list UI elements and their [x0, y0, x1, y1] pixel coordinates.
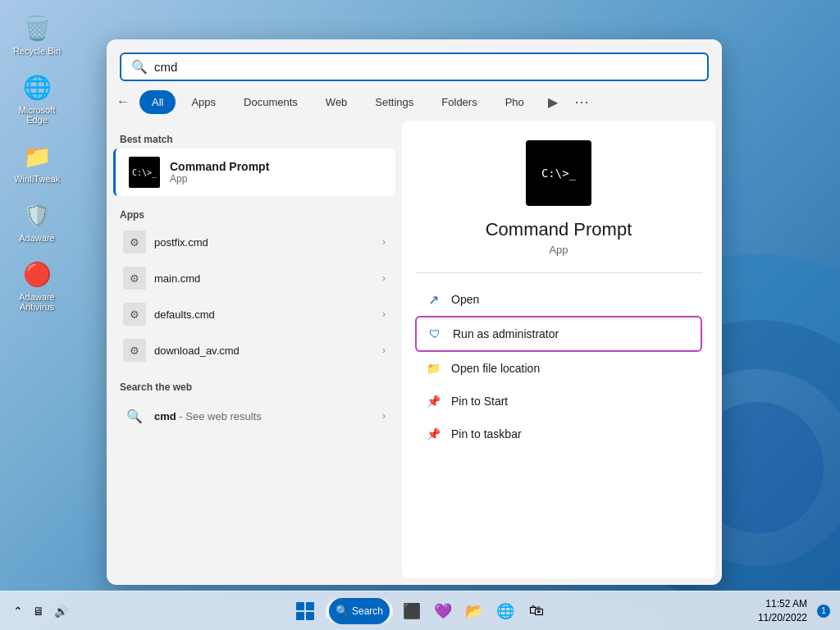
web-search-item[interactable]: 🔍 cmd - See web results ›: [110, 396, 399, 436]
download-av-cmd-name: download_av.cmd: [154, 345, 240, 357]
recycle-bin-label: Recycle Bin: [13, 46, 61, 56]
tab-documents[interactable]: Documents: [231, 90, 310, 114]
pin-start-icon: 📌: [425, 393, 441, 409]
search-right-panel: C:\>_ Command Prompt App ↗ Open 🛡 Run as…: [402, 121, 715, 578]
postfix-cmd-name: postfix.cmd: [154, 236, 208, 249]
search-content: Best match C:\>_ Command Prompt App Apps…: [107, 121, 722, 585]
clock-time: 11:52 AM: [758, 597, 807, 611]
search-icon: 🔍: [336, 605, 349, 617]
action-run-as-admin[interactable]: 🛡 Run as administrator: [415, 316, 702, 352]
postfix-cmd-icon: ⚙: [123, 231, 146, 253]
preview-app-name: Command Prompt: [486, 219, 632, 240]
search-label: Search: [352, 605, 383, 617]
app-item-download[interactable]: ⚙ download_av.cmd ›: [110, 332, 399, 368]
filter-tabs: ← All Apps Documents Web Settings Folder…: [107, 81, 722, 114]
taskbar: ⌃ 🖥 🔊 🔍 Search ⬛ 💜 📂 🌐 🛍 11:52 AM 11/20/…: [0, 591, 840, 630]
open-file-location-label: Open file location: [451, 362, 540, 375]
taskbar-teams-icon[interactable]: 💜: [430, 598, 456, 624]
download-av-cmd-icon: ⚙: [123, 339, 146, 362]
recycle-bin-icon[interactable]: 🗑️ Recycle Bin: [8, 8, 66, 59]
system-clock[interactable]: 11:52 AM 11/20/2022: [755, 596, 810, 627]
web-chevron-icon: ›: [382, 410, 386, 422]
winiitweak-icon[interactable]: 📁 WinIiTweak: [8, 136, 66, 187]
preview-app-icon: C:\>_: [526, 140, 591, 206]
app-item-defaults[interactable]: ⚙ defaults.cmd ›: [110, 296, 399, 332]
web-search-icon: 🔍: [123, 404, 146, 427]
tab-settings[interactable]: Settings: [363, 90, 426, 114]
taskbar-right: 11:52 AM 11/20/2022 1: [755, 596, 830, 627]
start-button[interactable]: [290, 596, 320, 626]
pin-to-taskbar-label: Pin to taskbar: [451, 427, 522, 441]
more-options-icon[interactable]: ⋯: [569, 89, 594, 114]
web-search-section: Search the web 🔍 cmd - See web results ›: [107, 375, 402, 436]
chevron-icon: ›: [382, 272, 386, 284]
open-label: Open: [451, 293, 479, 306]
preview-app-type: App: [549, 244, 568, 256]
taskbar-files-icon[interactable]: 📂: [461, 598, 487, 624]
tab-apps[interactable]: Apps: [179, 90, 228, 114]
adaware-label: Adaware: [19, 233, 54, 243]
clock-date: 11/20/2022: [758, 611, 807, 625]
run-as-admin-label: Run as administrator: [453, 327, 559, 340]
apps-section-label: Apps: [107, 203, 402, 224]
admin-icon: 🛡: [427, 326, 443, 342]
taskbar-search-button[interactable]: 🔍 Search: [325, 598, 394, 624]
main-cmd-icon: ⚙: [123, 267, 146, 290]
tab-web[interactable]: Web: [313, 90, 360, 114]
search-magnifier-icon: 🔍: [131, 59, 148, 75]
tab-all[interactable]: All: [139, 90, 176, 114]
adaware-antivirus-label: Adaware Antivirus: [11, 292, 62, 312]
best-match-label: Best match: [107, 127, 402, 148]
action-open-file-location[interactable]: 📁 Open file location: [415, 352, 702, 385]
action-list: ↗ Open 🛡 Run as administrator 📁 Open fil…: [415, 283, 702, 450]
taskbar-terminal-icon[interactable]: ⬛: [399, 598, 425, 624]
defaults-cmd-name: defaults.cmd: [154, 308, 215, 321]
back-button[interactable]: ←: [110, 91, 136, 112]
apps-section: Apps ⚙ postfix.cmd › ⚙ main.cmd ›: [107, 203, 402, 368]
edge-icon[interactable]: 🌐 Microsoft Edge: [8, 67, 66, 128]
best-match-type: App: [170, 173, 269, 185]
action-pin-to-start[interactable]: 📌 Pin to Start: [415, 385, 702, 418]
chevron-icon: ›: [382, 308, 386, 320]
pin-to-start-label: Pin to Start: [451, 395, 508, 408]
more-filters-icon[interactable]: ▶: [543, 91, 563, 113]
tray-display-icon[interactable]: 🖥: [30, 601, 48, 621]
notification-badge[interactable]: 1: [817, 605, 830, 618]
chevron-icon: ›: [382, 345, 386, 356]
defaults-cmd-icon: ⚙: [123, 303, 146, 326]
app-item-main[interactable]: ⚙ main.cmd ›: [110, 260, 399, 296]
action-open[interactable]: ↗ Open: [415, 283, 702, 316]
tray-volume-icon[interactable]: 🔊: [51, 601, 71, 621]
pin-taskbar-icon: 📌: [425, 426, 441, 442]
search-input-area: 🔍: [107, 39, 722, 81]
taskbar-edge-icon[interactable]: 🌐: [492, 598, 518, 624]
open-icon: ↗: [425, 291, 441, 308]
winiitweak-label: WinIiTweak: [14, 174, 60, 184]
desktop-icons: 🗑️ Recycle Bin 🌐 Microsoft Edge 📁 WinIiT…: [8, 8, 66, 315]
adaware-icon[interactable]: 🛡️ Adaware: [8, 195, 66, 246]
windows-logo: [296, 602, 314, 620]
taskbar-store-icon[interactable]: 🛍: [523, 598, 550, 624]
main-cmd-name: main.cmd: [154, 272, 200, 285]
best-match-name: Command Prompt: [170, 160, 269, 173]
search-left-panel: Best match C:\>_ Command Prompt App Apps…: [107, 121, 402, 585]
file-location-icon: 📁: [425, 360, 441, 377]
search-panel: 🔍 ← All Apps Documents Web Settings Fold…: [107, 39, 722, 585]
action-pin-to-taskbar[interactable]: 📌 Pin to taskbar: [415, 418, 702, 450]
tab-folders[interactable]: Folders: [429, 90, 489, 114]
divider: [415, 272, 702, 273]
adaware-antivirus-icon[interactable]: 🔴 Adaware Antivirus: [8, 254, 66, 315]
search-input[interactable]: [154, 60, 697, 74]
web-search-text: cmd - See web results: [154, 410, 262, 422]
tray-expand-icon[interactable]: ⌃: [10, 601, 26, 621]
edge-label: Microsoft Edge: [11, 105, 62, 125]
best-match-item[interactable]: C:\>_ Command Prompt App: [113, 148, 395, 196]
command-prompt-icon: C:\>_: [129, 157, 160, 188]
tab-pho[interactable]: Pho: [493, 90, 536, 114]
app-item-postfix[interactable]: ⚙ postfix.cmd ›: [110, 224, 399, 260]
taskbar-center: 🔍 Search ⬛ 💜 📂 🌐 🛍: [290, 596, 550, 626]
system-tray: ⌃ 🖥 🔊: [10, 601, 71, 621]
search-input-wrapper: 🔍: [120, 52, 709, 81]
search-circle: 🔍 Search: [329, 598, 390, 624]
taskbar-left: ⌃ 🖥 🔊: [10, 601, 71, 621]
